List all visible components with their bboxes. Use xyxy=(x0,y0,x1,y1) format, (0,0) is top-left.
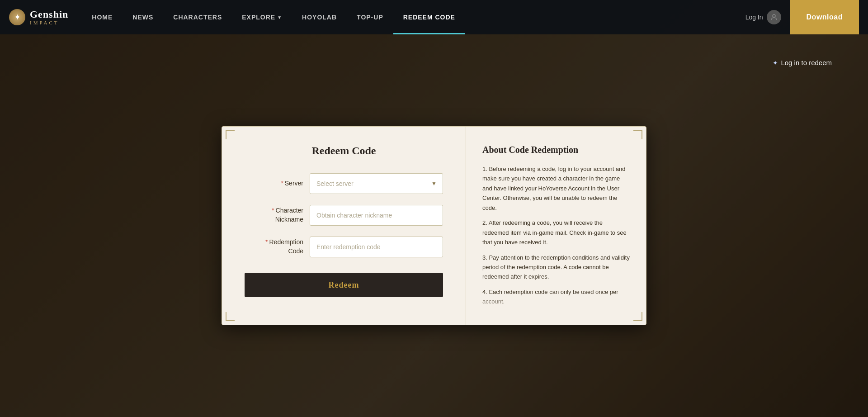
navbar: ✦ Genshin IMPACT HOME NEWS CHARACTERS EX… xyxy=(0,0,868,34)
nav-news[interactable]: NEWS xyxy=(123,0,163,34)
server-label: *Server xyxy=(245,179,303,188)
nav-redeem-code[interactable]: REDEEM CODE xyxy=(393,0,465,34)
redemption-code-input[interactable] xyxy=(310,237,443,257)
about-point-1: 1. Before redeeming a code, log in to yo… xyxy=(482,164,630,213)
modal-container: Redeem Code *Server Select server Americ… xyxy=(0,34,868,417)
nav-links: HOME NEWS CHARACTERS EXPLORE ▼ HoYoLAB T… xyxy=(82,0,745,34)
logo-subtitle: IMPACT xyxy=(30,20,68,25)
chevron-down-icon: ▼ xyxy=(277,15,282,20)
nickname-row: *CharacterNickname xyxy=(245,205,443,226)
about-title: About Code Redemption xyxy=(482,145,630,155)
code-label: *RedemptionCode xyxy=(245,238,303,256)
avatar xyxy=(767,10,781,24)
about-point-2: 2. After redeeming a code, you will rece… xyxy=(482,218,630,247)
nav-home[interactable]: HOME xyxy=(82,0,123,34)
corner-decoration-bl xyxy=(226,312,235,321)
nav-characters[interactable]: CHARACTERS xyxy=(163,0,232,34)
about-text: 1. Before redeeming a code, log in to yo… xyxy=(482,164,630,307)
login-button[interactable]: Log In xyxy=(745,10,781,24)
required-star: * xyxy=(281,180,283,187)
nav-explore[interactable]: EXPLORE ▼ xyxy=(232,0,292,34)
download-button[interactable]: Download xyxy=(790,0,859,34)
corner-decoration-br xyxy=(633,312,642,321)
logo[interactable]: ✦ Genshin IMPACT xyxy=(9,9,68,25)
nav-right: Log In Download xyxy=(745,0,859,34)
login-label: Log In xyxy=(745,14,763,21)
required-star-2: * xyxy=(272,207,274,214)
redemption-code-row: *RedemptionCode xyxy=(245,237,443,257)
redeem-code-title: Redeem Code xyxy=(245,145,443,157)
required-star-3: * xyxy=(265,238,268,246)
logo-text: Genshin IMPACT xyxy=(30,9,68,25)
server-select-wrapper: Select server America Europe Asia TW, HK… xyxy=(310,173,443,194)
redeem-modal: Redeem Code *Server Select server Americ… xyxy=(222,126,646,325)
about-point-4: 4. Each redemption code can only be used… xyxy=(482,287,630,307)
server-row: *Server Select server America Europe Asi… xyxy=(245,173,443,194)
redeem-button[interactable]: Redeem xyxy=(245,273,443,297)
svg-point-0 xyxy=(773,14,775,17)
server-select[interactable]: Select server America Europe Asia TW, HK… xyxy=(310,173,443,194)
logo-title: Genshin xyxy=(30,9,68,20)
corner-decoration-tl xyxy=(226,130,235,139)
modal-right-panel: About Code Redemption 1. Before redeemin… xyxy=(466,127,646,321)
nav-topup[interactable]: TOP-UP xyxy=(347,0,393,34)
nickname-input[interactable] xyxy=(310,205,443,226)
about-point-3: 3. Pay attention to the redemption condi… xyxy=(482,253,630,282)
corner-decoration-tr xyxy=(633,130,642,139)
logo-icon: ✦ xyxy=(9,9,25,25)
nav-hoyolab[interactable]: HoYoLAB xyxy=(292,0,347,34)
nickname-label: *CharacterNickname xyxy=(245,206,303,224)
modal-left-panel: Redeem Code *Server Select server Americ… xyxy=(222,127,466,325)
